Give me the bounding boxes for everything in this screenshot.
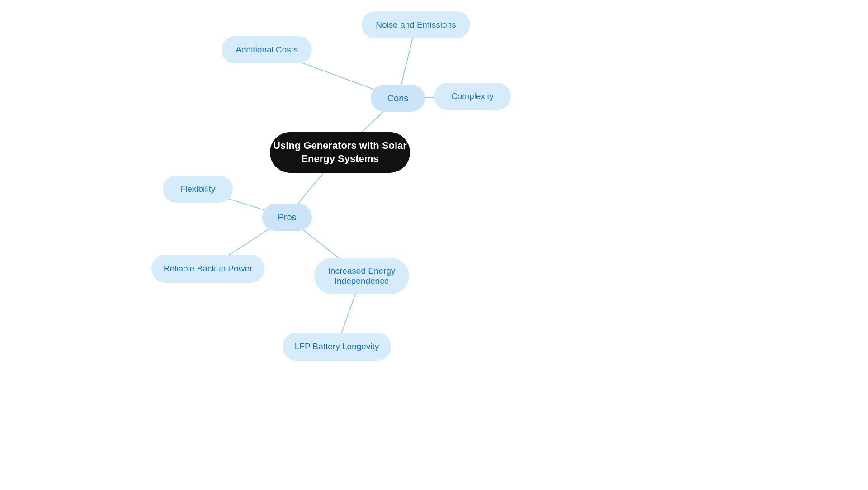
flexibility-label: Flexibility (180, 184, 215, 194)
lfp-battery-label: LFP Battery Longevity (295, 342, 379, 352)
lfp-battery-node[interactable]: LFP Battery Longevity (283, 333, 391, 361)
increased-energy-node[interactable]: Increased Energy Independence (314, 258, 409, 294)
flexibility-node[interactable]: Flexibility (163, 176, 233, 203)
cons-label: Cons (387, 93, 409, 104)
central-node[interactable]: Using Generators with Solar Energy Syste… (270, 132, 410, 173)
complexity-node[interactable]: Complexity (434, 83, 511, 110)
additional-costs-node[interactable]: Additional Costs (222, 36, 312, 63)
central-label: Using Generators with Solar Energy Syste… (270, 139, 410, 165)
noise-emissions-label: Noise and Emissions (376, 20, 456, 30)
increased-energy-label: Increased Energy Independence (314, 266, 409, 286)
pros-label: Pros (278, 212, 296, 223)
cons-node[interactable]: Cons (371, 85, 425, 112)
reliable-backup-node[interactable]: Reliable Backup Power (151, 255, 264, 283)
reliable-backup-label: Reliable Backup Power (164, 264, 252, 274)
pros-node[interactable]: Pros (262, 204, 312, 231)
complexity-label: Complexity (451, 91, 494, 101)
noise-emissions-node[interactable]: Noise and Emissions (362, 11, 470, 38)
additional-costs-label: Additional Costs (236, 45, 297, 55)
